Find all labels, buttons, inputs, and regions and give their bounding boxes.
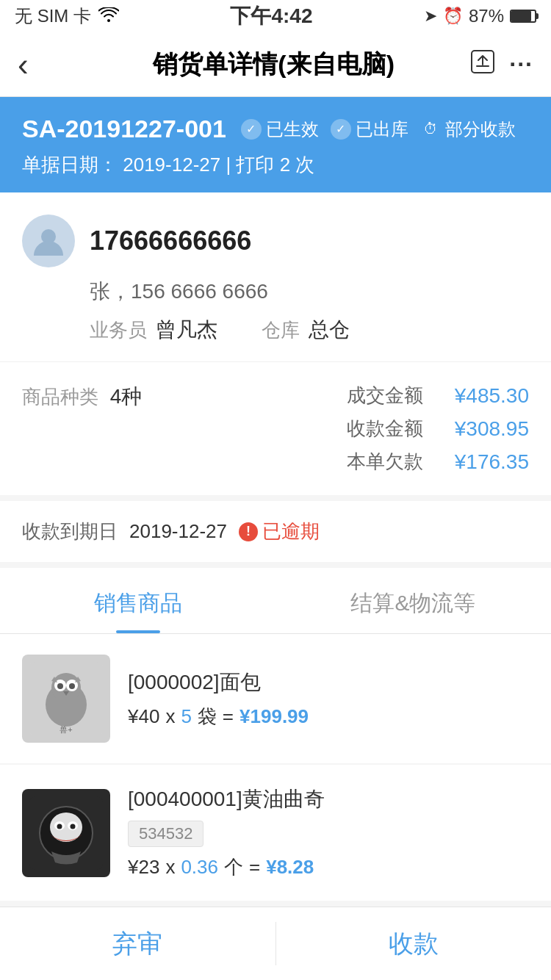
deal-amount-value: ¥485.30 <box>441 384 529 408</box>
status-tags: ✓ 已生效 ✓ 已出库 ⏱ 部分收款 <box>241 118 516 141</box>
overdue-badge: ! 已逾期 <box>239 519 320 544</box>
alarm-icon: ⏰ <box>443 7 463 26</box>
more-icon[interactable]: ··· <box>509 51 533 78</box>
wifi-icon <box>98 6 119 26</box>
share-icon[interactable] <box>471 50 494 79</box>
due-date: 2019-12-27 <box>129 520 227 543</box>
sales-meta: 业务员 曾凡杰 <box>90 316 217 344</box>
reject-button[interactable]: 弃审 <box>0 907 276 980</box>
battery-icon <box>510 10 536 23</box>
customer-id: 17666666666 <box>90 226 251 256</box>
product-price-row-1: ¥40 x 5 袋 = ¥199.99 <box>128 704 529 729</box>
status-activated: ✓ 已生效 <box>241 118 319 141</box>
sales-label: 业务员 <box>90 317 147 343</box>
tabs-section: 销售商品 结算&物流等 <box>0 568 551 634</box>
status-shipped: ✓ 已出库 <box>331 118 408 141</box>
deal-amount-row: 成交金额 ¥485.30 <box>347 383 529 408</box>
sales-value: 曾凡杰 <box>156 316 217 344</box>
customer-section: 17666666666 张，156 6666 6666 业务员 曾凡杰 仓库 总… <box>0 192 551 362</box>
status-right: ➤ ⏰ 87% <box>424 6 536 26</box>
owed-row: 本单欠款 ¥176.35 <box>347 449 529 475</box>
due-label: 收款到期日 <box>22 519 118 544</box>
product-total-2: ¥8.28 <box>266 856 314 879</box>
svg-point-7 <box>57 683 63 689</box>
product-name-1: [0000002]面包 <box>128 669 529 696</box>
due-section: 收款到期日 2019-12-27 ! 已逾期 <box>0 501 551 568</box>
svg-point-15 <box>57 824 62 829</box>
product-name-2: [000400001]黄油曲奇 <box>128 785 529 813</box>
received-value: ¥308.95 <box>441 417 529 441</box>
customer-phone: 张，156 6666 6666 <box>90 280 268 303</box>
product-item-1: 兽+ [0000002]面包 ¥40 x 5 袋 = ¥199.99 <box>0 634 551 763</box>
product-total-1: ¥199.99 <box>240 705 309 728</box>
status-time: 下午4:42 <box>230 2 312 30</box>
product-info-1: [0000002]面包 ¥40 x 5 袋 = ¥199.99 <box>128 669 529 729</box>
tab-settlement[interactable]: 结算&物流等 <box>276 568 551 633</box>
product-price-2: ¥23 <box>128 856 159 879</box>
product-qty-2: 0.36 <box>181 856 218 879</box>
collect-button[interactable]: 收款 <box>276 907 552 980</box>
clock-icon: ⏱ <box>420 119 441 140</box>
check-icon-1: ✓ <box>241 119 262 140</box>
product-item-2: [000400001]黄油曲奇 534532 ¥23 x 0.36 个 = ¥8… <box>0 765 551 901</box>
warehouse-label: 仓库 <box>262 317 300 343</box>
bottom-bar: 弃审 收款 <box>0 907 551 980</box>
status-left: 无 SIM 卡 <box>15 4 119 28</box>
customer-meta: 业务员 曾凡杰 仓库 总仓 <box>22 316 529 344</box>
summary-right: 成交金额 ¥485.30 收款金额 ¥308.95 本单欠款 ¥176.35 <box>347 383 529 475</box>
overdue-dot-icon: ! <box>239 522 258 541</box>
overdue-label: 已逾期 <box>262 519 320 544</box>
carrier-label: 无 SIM 卡 <box>15 4 91 28</box>
summary-left: 商品种类 4种 <box>22 383 142 411</box>
received-row: 收款金额 ¥308.95 <box>347 416 529 442</box>
tab-sales-products[interactable]: 销售商品 <box>0 568 276 633</box>
summary-section: 商品种类 4种 成交金额 ¥485.30 收款金额 ¥308.95 本单欠款 ¥… <box>0 362 551 501</box>
location-icon: ➤ <box>424 7 437 26</box>
order-date: 单据日期： 2019-12-27 | 打印 2 次 <box>22 152 529 178</box>
nav-left: ‹ <box>18 46 76 83</box>
customer-id-row: 17666666666 <box>22 215 529 267</box>
product-qty-1: 5 <box>181 705 191 728</box>
owed-value: ¥176.35 <box>441 450 529 474</box>
owed-label: 本单欠款 <box>347 449 423 475</box>
avatar <box>22 215 75 267</box>
deal-amount-label: 成交金额 <box>347 383 423 408</box>
status-partial-paid: ⏱ 部分收款 <box>420 118 516 141</box>
check-icon-2: ✓ <box>331 119 351 140</box>
product-sku-2: 534532 <box>128 821 204 847</box>
product-info-2: [000400001]黄油曲奇 534532 ¥23 x 0.36 个 = ¥8… <box>128 785 529 880</box>
customer-phone-row: 张，156 6666 6666 <box>22 278 529 306</box>
product-price-row-2: ¥23 x 0.36 个 = ¥8.28 <box>128 854 529 880</box>
product-thumb-2 <box>22 789 110 877</box>
nav-right: ··· <box>471 50 533 79</box>
svg-text:兽+: 兽+ <box>60 725 72 734</box>
status-bar: 无 SIM 卡 下午4:42 ➤ ⏰ 87% <box>0 0 551 32</box>
product-unit-1: 袋 <box>198 704 217 729</box>
product-price-1: ¥40 <box>128 705 159 728</box>
nav-title: 销货单详情(来自电脑) <box>76 48 471 82</box>
svg-point-8 <box>69 683 75 689</box>
nav-bar: ‹ 销货单详情(来自电脑) ··· <box>0 32 551 97</box>
product-thumb-1: 兽+ <box>22 655 110 743</box>
received-label: 收款金额 <box>347 416 423 442</box>
svg-point-16 <box>71 824 76 829</box>
order-id: SA-20191227-001 <box>22 115 226 143</box>
warehouse-value: 总仓 <box>309 316 350 344</box>
back-button[interactable]: ‹ <box>18 46 29 83</box>
warehouse-meta: 仓库 总仓 <box>262 316 350 344</box>
order-header: SA-20191227-001 ✓ 已生效 ✓ 已出库 ⏱ 部分收款 单据日期：… <box>0 97 551 192</box>
battery-label: 87% <box>469 6 504 26</box>
product-unit-2: 个 <box>224 854 243 880</box>
category-value: 4种 <box>110 385 143 408</box>
category-label: 商品种类 <box>22 386 98 408</box>
